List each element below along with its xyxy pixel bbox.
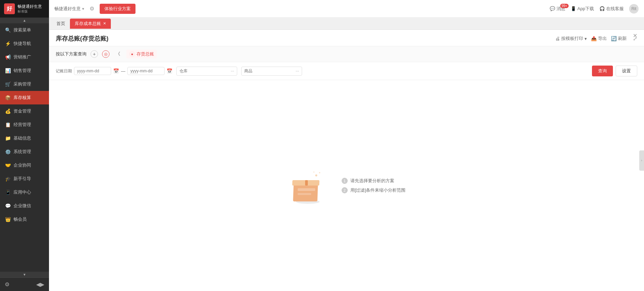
sidebar-item-sales[interactable]: 📊 销售管理 <box>0 64 49 77</box>
sidebar-item-basic[interactable]: 📁 基础信息 <box>0 131 49 145</box>
sidebar-item-newbie[interactable]: 🎓 新手引导 <box>0 172 49 186</box>
sidebar-item-label: 企业微信 <box>14 203 31 209</box>
export-btn[interactable]: 📤 导出 <box>591 35 607 42</box>
appcenter-icon: 📱 <box>5 189 11 195</box>
svg-point-6 <box>315 174 317 176</box>
filter-actions: 查询 设置 <box>592 66 637 76</box>
marketing-icon: 📢 <box>5 54 11 60</box>
filter-row: 记账日期 📅 — 📅 仓库 ··· 商品 ··· 查询 设置 <box>49 62 644 80</box>
tab-inventory-label: 库存成本总账 <box>75 21 101 27</box>
sidebar-item-system[interactable]: ⚙️ 系统管理 <box>0 145 49 159</box>
sidebar-item-label: 畅会员 <box>14 216 27 222</box>
system-icon: ⚙️ <box>5 149 11 155</box>
sidebar-item-marketing[interactable]: 📢 营销推广 <box>0 50 49 64</box>
sidebar-item-wechat[interactable]: 💬 企业微信 <box>0 199 49 213</box>
sidebar-footer: ⚙ ◀▶ <box>0 277 49 291</box>
export-label: 导出 <box>598 35 607 42</box>
svg-point-8 <box>313 172 314 173</box>
message-icon: 💬 <box>550 6 555 11</box>
date-dash: — <box>121 69 125 74</box>
online-service-btn[interactable]: 🎧 在线客服 <box>599 6 624 12</box>
sidebar-item-operation[interactable]: 📋 经营管理 <box>0 118 49 131</box>
sidebar-item-search[interactable]: 🔍 搜索菜单 <box>0 23 49 37</box>
collapse-arrow-icon[interactable]: 《 <box>114 50 122 58</box>
sidebar-item-appcenter[interactable]: 📱 应用中心 <box>0 186 49 199</box>
sidebar-item-collab[interactable]: 🤝 企业协同 <box>0 159 49 172</box>
export-icon: 📤 <box>591 36 597 41</box>
collapse-sidebar-icon[interactable]: ◀▶ <box>36 281 44 288</box>
collapse-scheme-btn[interactable]: ◎ <box>102 50 109 58</box>
content-area: 库存总账(存货总账) 🖨 按模板打印 ▾ 📤 导出 🔄 刷新 ✕ ⤢ <box>49 30 644 291</box>
wechat-icon: 💬 <box>5 203 11 209</box>
scheme-item-icon: ● <box>129 51 135 57</box>
app-name: 畅捷通好生意 <box>18 4 42 9</box>
date-label: 记账日期 <box>56 68 72 74</box>
tab-home[interactable]: 首页 <box>52 19 70 29</box>
empty-hint-2: 2 用[过滤]条件来缩小分析范围 <box>342 187 405 193</box>
settings-footer-icon[interactable]: ⚙ <box>5 281 9 288</box>
side-panel-trigger[interactable]: › <box>639 150 644 171</box>
search-icon: 🔍 <box>5 27 11 33</box>
message-badge: 99+ <box>560 4 569 8</box>
purchase-icon: 🛒 <box>5 81 11 87</box>
svg-rect-4 <box>298 188 315 191</box>
settings-btn[interactable]: 设置 <box>616 66 637 76</box>
page-title: 库存总账(存货总账) <box>56 34 108 43</box>
print-arrow-icon: ▾ <box>585 36 587 41</box>
query-btn[interactable]: 查询 <box>592 66 613 76</box>
print-btn[interactable]: 🖨 按模板打印 ▾ <box>555 35 587 42</box>
svg-rect-5 <box>298 193 311 195</box>
warehouse-more-icon[interactable]: ··· <box>231 69 234 73</box>
sidebar-item-label: 资金管理 <box>14 108 31 114</box>
scroll-up-arrow[interactable]: ▲ <box>0 18 49 23</box>
date-start-input[interactable] <box>74 67 111 75</box>
sidebar-item-finance[interactable]: 💰 资金管理 <box>0 104 49 118</box>
product-more-icon[interactable]: ··· <box>296 69 299 73</box>
sales-icon: 📊 <box>5 68 11 74</box>
newbie-icon: 🎓 <box>5 176 11 182</box>
calendar-start-icon[interactable]: 📅 <box>113 68 119 74</box>
svg-rect-3 <box>305 180 308 186</box>
refresh-btn[interactable]: 🔄 刷新 <box>611 35 627 42</box>
tab-inventory-ledger[interactable]: 库存成本总账 ✕ <box>70 19 111 29</box>
breadcrumb: 畅捷通好生意 ▾ <box>54 6 84 12</box>
calendar-end-icon[interactable]: 📅 <box>167 68 172 74</box>
gear-icon[interactable]: ⚙ <box>90 5 94 12</box>
sidebar-item-inventory[interactable]: 📦 库存核算 <box>0 91 49 104</box>
sidebar-item-shortcut[interactable]: ⚡ 快捷导航 <box>0 37 49 50</box>
sidebar-item-label: 营销推广 <box>14 54 31 60</box>
empty-illustration <box>288 165 328 206</box>
date-filter-group: 记账日期 📅 — 📅 <box>56 67 172 75</box>
finance-icon: 💰 <box>5 108 11 114</box>
message-btn[interactable]: 💬 消息 99+ <box>550 6 565 12</box>
sidebar-item-member[interactable]: 👑 畅会员 <box>0 213 49 226</box>
scroll-down-arrow[interactable]: ▼ <box>0 272 49 277</box>
panel-close-icon[interactable]: ✕ <box>633 32 637 39</box>
collab-icon: 🤝 <box>5 162 11 168</box>
breadcrumb-arrow-icon: ▾ <box>82 6 84 11</box>
date-end-input[interactable] <box>127 67 165 75</box>
empty-svg <box>288 165 328 206</box>
online-service-label: 在线客服 <box>606 6 624 12</box>
product-selector[interactable]: 商品 ··· <box>241 67 302 76</box>
user-name: Rit <box>631 6 637 11</box>
user-avatar[interactable]: Rit <box>629 4 639 14</box>
sidebar-item-purchase[interactable]: 🛒 采购管理 <box>0 77 49 91</box>
sidebar-item-label: 新手引导 <box>14 176 31 182</box>
scheme-item-inventory[interactable]: ● 存货总账 <box>126 50 157 58</box>
industry-btn[interactable]: 体验行业方案 <box>100 4 135 14</box>
warehouse-label: 仓库 <box>179 68 188 74</box>
svg-point-7 <box>319 172 320 173</box>
add-scheme-btn[interactable]: + <box>91 50 98 58</box>
tab-close-icon[interactable]: ✕ <box>103 21 106 26</box>
collapse-icon: ◎ <box>104 52 107 56</box>
warehouse-selector[interactable]: 仓库 ··· <box>176 67 237 76</box>
sidebar-item-label: 快捷导航 <box>14 41 31 47</box>
filter-bar: 按以下方案查询 + ◎ 《 ● 存货总账 <box>49 46 644 62</box>
avatar: Rit <box>629 4 639 14</box>
sidebar-item-label: 应用中心 <box>14 189 31 195</box>
sidebar-item-label: 采购管理 <box>14 81 31 87</box>
topbar: 畅捷通好生意 ▾ ⚙ 体验行业方案 💬 消息 99+ 📱 App下载 🎧 在线客… <box>49 0 644 18</box>
app-download-btn[interactable]: 📱 App下载 <box>571 6 594 12</box>
shortcut-icon: ⚡ <box>5 41 11 47</box>
